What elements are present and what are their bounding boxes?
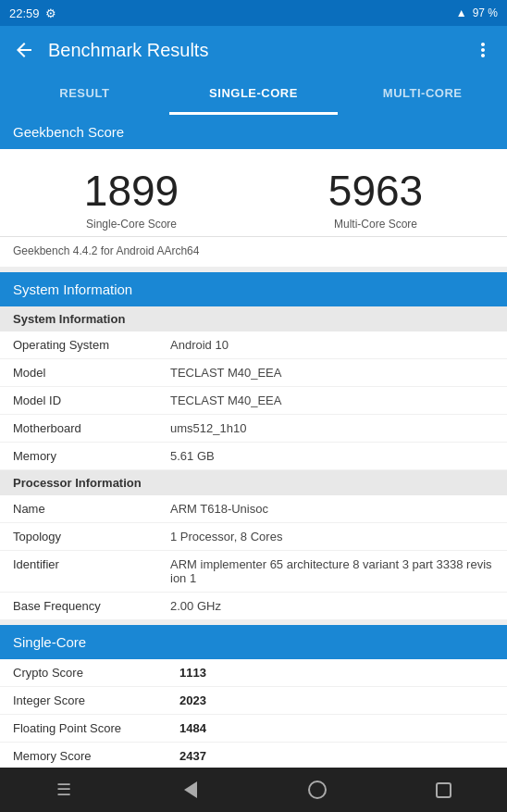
- battery-status: 97 %: [473, 6, 498, 19]
- table-row: Memory 5.61 GB: [0, 443, 507, 470]
- table-row: Topology 1 Processor, 8 Cores: [0, 523, 507, 551]
- back-button[interactable]: [7, 33, 41, 67]
- nav-recent-button[interactable]: [416, 773, 472, 806]
- system-section-label: System Information: [0, 306, 507, 331]
- system-info-header: System Information: [0, 272, 507, 306]
- table-row: Name ARM T618-Unisoc: [0, 495, 507, 523]
- table-row: Floating Point Score 1484: [0, 715, 507, 743]
- multi-core-score-item: 5963 Multi-Core Score: [254, 166, 498, 231]
- status-time: 22:59: [9, 6, 40, 20]
- page-title: Benchmark Results: [41, 40, 466, 61]
- score-row: 1899 Single-Core Score 5963 Multi-Core S…: [0, 149, 507, 236]
- table-row: Memory Score 2437: [0, 743, 507, 768]
- processor-section-label: Processor Information: [0, 470, 507, 495]
- nav-menu-button[interactable]: ☰: [36, 773, 92, 806]
- single-core-number: 1899: [9, 166, 254, 216]
- gear-icon: ⚙: [45, 6, 56, 20]
- status-right: ▲ 97 %: [456, 6, 498, 19]
- tab-multi-core[interactable]: MULTI-CORE: [338, 74, 507, 115]
- nav-home-button[interactable]: [290, 773, 345, 806]
- single-core-header: Single-Core: [0, 625, 507, 659]
- multi-core-label: Multi-Core Score: [254, 218, 498, 231]
- single-core-score-item: 1899 Single-Core Score: [9, 166, 254, 231]
- table-row: Model TECLAST M40_EEA: [0, 359, 507, 387]
- table-row: Model ID TECLAST M40_EEA: [0, 387, 507, 415]
- single-core-card: Single-Core Crypto Score 1113 Integer Sc…: [0, 625, 507, 768]
- status-left: 22:59 ⚙: [9, 6, 56, 20]
- home-icon: [308, 781, 327, 799]
- geekbench-note: Geekbench 4.4.2 for Android AArch64: [0, 236, 507, 267]
- geekbench-score-card: Geekbench Score 1899 Single-Core Score 5…: [0, 115, 507, 267]
- table-row: Integer Score 2023: [0, 687, 507, 715]
- tab-result[interactable]: RESULT: [0, 74, 169, 115]
- nav-back-button[interactable]: [163, 773, 218, 806]
- multi-core-number: 5963: [254, 166, 498, 216]
- table-row: Crypto Score 1113: [0, 659, 507, 687]
- status-bar: 22:59 ⚙ ▲ 97 %: [0, 0, 507, 26]
- tab-single-core[interactable]: SINGLE-CORE: [169, 74, 339, 115]
- tab-bar: RESULT SINGLE-CORE MULTI-CORE: [0, 74, 507, 115]
- table-row: Base Frequency 2.00 GHz: [0, 593, 507, 619]
- menu-icon: ☰: [56, 780, 71, 800]
- recent-icon: [436, 782, 451, 798]
- table-row: Motherboard ums512_1h10: [0, 415, 507, 443]
- top-bar: Benchmark Results: [0, 26, 507, 74]
- table-row: Operating System Android 10: [0, 331, 507, 359]
- geekbench-section-header: Geekbench Score: [0, 115, 507, 149]
- wifi-icon: ▲: [456, 6, 467, 19]
- content-area: Geekbench Score 1899 Single-Core Score 5…: [0, 115, 507, 768]
- system-info-card: System Information System Information Op…: [0, 272, 507, 619]
- more-button[interactable]: [466, 33, 500, 67]
- single-core-label: Single-Core Score: [9, 218, 254, 231]
- table-row: Identifier ARM implementer 65 architectu…: [0, 551, 507, 593]
- back-icon: [184, 781, 197, 798]
- bottom-nav: ☰: [0, 768, 507, 812]
